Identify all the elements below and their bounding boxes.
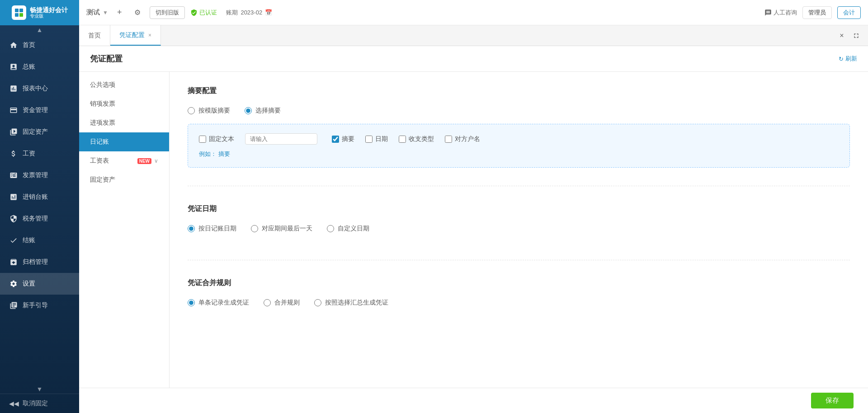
sidebar-cancel-pin[interactable]: ◀◀ 取消固定 <box>0 394 79 413</box>
account-period: 账期 2023-02 📅 <box>226 9 272 17</box>
example-label: 例如： <box>199 150 217 157</box>
checkbox-counterparty-input[interactable] <box>445 136 452 143</box>
voucher-date-title: 凭证日期 <box>188 204 850 214</box>
checkbox-payment-type[interactable]: 收支类型 <box>399 135 434 143</box>
radio-custom-date[interactable]: 自定义日期 <box>327 225 369 233</box>
sidebar-item-guide[interactable]: 新手引导 <box>0 295 79 316</box>
calendar-icon[interactable]: 📅 <box>265 9 272 16</box>
checkbox-summary-input[interactable] <box>332 136 339 143</box>
logo-icon <box>12 5 26 20</box>
summary-radio-group: 按模版摘要 选择摘要 <box>188 107 850 115</box>
add-company-button[interactable]: + <box>113 6 126 19</box>
admin-button[interactable]: 管理员 <box>802 6 832 19</box>
radio-select-summary-merge[interactable]: 按照选择汇总生成凭证 <box>314 299 388 307</box>
sidebar-item-home[interactable]: 首页 <box>0 34 79 56</box>
refresh-button[interactable]: ↻ 刷新 <box>839 55 857 63</box>
page-header: 凭证配置 ↻ 刷新 <box>79 46 868 72</box>
checkbox-date-input[interactable] <box>365 136 373 143</box>
fixed-text-input[interactable] <box>245 133 317 145</box>
main-content: 凭证配置 ↻ 刷新 公共选项 销项发票 进项发票 日记账 工资表 NEW <box>79 46 868 413</box>
checkbox-payment-type-input[interactable] <box>399 136 406 143</box>
nav-label-fixed-assets: 固定资产 <box>90 176 115 184</box>
radio-journal-date-label: 按日记账日期 <box>198 225 236 233</box>
radio-template-summary[interactable]: 按模版摘要 <box>188 107 230 115</box>
nav-item-payroll-table[interactable]: 工资表 NEW ∨ <box>79 151 169 170</box>
radio-journal-date[interactable]: 按日记账日期 <box>188 225 236 233</box>
sidebar-item-fund[interactable]: 资金管理 <box>0 99 79 121</box>
checkbox-fixed-text-input[interactable] <box>199 136 206 143</box>
checkbox-summary[interactable]: 摘要 <box>332 135 354 143</box>
radio-custom-date-input[interactable] <box>327 225 334 232</box>
switch-old-version-button[interactable]: 切到旧版 <box>150 6 185 19</box>
sidebar-item-sales[interactable]: 进销台账 <box>0 186 79 208</box>
sidebar-item-payroll[interactable]: 工资 <box>0 143 79 164</box>
nav-item-journal[interactable]: 日记账 <box>79 132 169 151</box>
assets-icon <box>9 127 18 136</box>
sidebar-scroll-up[interactable]: ▲ <box>0 25 79 34</box>
tab-voucher-config[interactable]: 凭证配置 × <box>110 25 161 46</box>
summary-config-section: 摘要配置 按模版摘要 选择摘要 固定文本 <box>188 86 850 186</box>
guide-icon <box>9 301 18 310</box>
radio-merge-rules-input[interactable] <box>264 299 271 306</box>
sidebar-item-tax[interactable]: 税务管理 <box>0 208 79 230</box>
invoice-icon <box>9 171 18 180</box>
checkbox-counterparty[interactable]: 对方户名 <box>445 135 480 143</box>
fund-icon <box>9 106 18 115</box>
tab-voucher-config-close[interactable]: × <box>148 32 151 38</box>
consult-button[interactable]: 人工咨询 <box>764 9 797 17</box>
checkbox-counterparty-label: 对方户名 <box>455 135 480 143</box>
radio-journal-date-input[interactable] <box>188 225 195 232</box>
verified-label: 已认证 <box>199 9 217 17</box>
accountant-button[interactable]: 会计 <box>837 6 861 19</box>
refresh-icon: ↻ <box>839 56 844 62</box>
radio-last-day-input[interactable] <box>251 225 258 232</box>
nav-item-purchase-invoice[interactable]: 进项发票 <box>79 113 169 132</box>
sidebar-item-label-sales: 进销台账 <box>23 193 48 201</box>
radio-select-summary[interactable]: 选择摘要 <box>245 107 281 115</box>
radio-select-summary-input[interactable] <box>245 107 252 114</box>
checkbox-fixed-text-label: 固定文本 <box>209 135 234 143</box>
radio-single-record-input[interactable] <box>188 299 195 306</box>
sidebar-item-label-settlement: 结账 <box>23 236 35 244</box>
nav-item-sales-invoice[interactable]: 销项发票 <box>79 94 169 113</box>
sidebar-item-label-archive: 归档管理 <box>23 258 48 266</box>
radio-last-day[interactable]: 对应期间最后一天 <box>251 225 312 233</box>
radio-merge-rules[interactable]: 合并规则 <box>264 299 300 307</box>
radio-template-summary-label: 按模版摘要 <box>198 107 230 115</box>
nav-item-fixed-assets[interactable]: 固定资产 <box>79 170 169 189</box>
sidebar-item-settings[interactable]: 设置 <box>0 273 79 295</box>
company-name-area[interactable]: 测试 ▼ <box>86 8 108 17</box>
checkbox-date[interactable]: 日期 <box>365 135 388 143</box>
sidebar-item-archive[interactable]: 归档管理 <box>0 251 79 273</box>
sidebar-nav: 首页 总账 报表中心 资金管理 固定资产 <box>0 34 79 385</box>
sidebar-item-label-payroll: 工资 <box>23 150 35 158</box>
home-icon <box>9 41 18 50</box>
nav-label-payroll-table: 工资表 <box>90 157 109 165</box>
verified-badge: 已认证 <box>190 9 217 17</box>
checkbox-payment-type-label: 收支类型 <box>409 135 434 143</box>
sidebar-item-invoice[interactable]: 发票管理 <box>0 164 79 186</box>
tab-close-button[interactable]: × <box>835 29 848 42</box>
checkbox-fixed-text[interactable]: 固定文本 <box>199 135 234 143</box>
sidebar-scroll-down[interactable]: ▼ <box>0 385 79 394</box>
sidebar-item-label-home: 首页 <box>23 41 35 49</box>
sidebar-item-label-ledger: 总账 <box>23 63 35 71</box>
sales-icon <box>9 192 18 202</box>
save-button[interactable]: 保存 <box>811 393 854 408</box>
sidebar-item-settlement[interactable]: 结账 <box>0 230 79 251</box>
sidebar-logo: 畅捷通好会计 专业版 <box>0 0 79 25</box>
radio-template-summary-input[interactable] <box>188 107 195 114</box>
tab-home[interactable]: 首页 <box>79 25 110 46</box>
settings-button[interactable]: ⚙ <box>131 6 144 19</box>
nav-item-public-options[interactable]: 公共选项 <box>79 75 169 94</box>
sidebar-item-label-invoice: 发票管理 <box>23 171 48 179</box>
sidebar-item-report[interactable]: 报表中心 <box>0 78 79 99</box>
radio-select-summary-merge-input[interactable] <box>314 299 321 306</box>
sidebar-item-general-ledger[interactable]: 总账 <box>0 56 79 78</box>
radio-single-record[interactable]: 单条记录生成凭证 <box>188 299 249 307</box>
sidebar-item-fixed-assets[interactable]: 固定资产 <box>0 121 79 143</box>
sidebar-item-label-guide: 新手引导 <box>23 301 48 310</box>
header: 测试 ▼ + ⚙ 切到旧版 已认证 账期 2023-02 📅 人工咨询 管理员 … <box>79 0 868 25</box>
radio-merge-rules-label: 合并规则 <box>274 299 300 307</box>
tab-expand-button[interactable] <box>850 29 863 42</box>
